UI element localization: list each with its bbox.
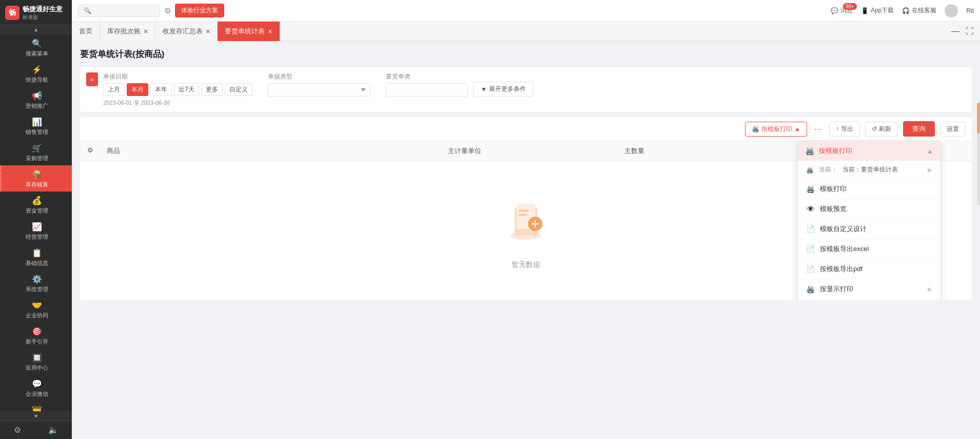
app-download-action[interactable]: 📱 App下载: [861, 6, 894, 15]
query-button[interactable]: 查询: [903, 121, 935, 137]
date-btn-current-month[interactable]: 本月: [127, 83, 148, 96]
filter-bar: » 单据日期 上月 本月 本年 近7天 更多 自定义 2023-06-01 至 …: [80, 67, 972, 112]
dropdown-title: 按模板打印: [819, 146, 852, 156]
col-settings[interactable]: ⚙: [80, 141, 101, 161]
scrollbar-thumb[interactable]: [977, 103, 980, 133]
sidebar-scroll-up[interactable]: ▲: [0, 25, 72, 34]
refresh-button[interactable]: ↺ 刷新: [865, 122, 898, 137]
member-icon: 👑: [32, 405, 42, 411]
dropdown-current-item[interactable]: 🖨️ 当前： 当前：要货单统计表 ▶: [798, 161, 940, 179]
tab-close-batch-account[interactable]: ×: [144, 27, 148, 35]
tab-close-order-stats[interactable]: ×: [268, 27, 272, 35]
dropdown-item-display-print[interactable]: 🖨️ 按显示打印 ▶: [798, 279, 940, 299]
settings-button[interactable]: 设置: [940, 122, 966, 137]
dropdown-item-template-print[interactable]: 🖨️ 模板打印: [798, 179, 940, 199]
sidebar-item-sales[interactable]: 📊 销售管理: [0, 113, 72, 139]
svg-rect-5: [519, 214, 527, 216]
message-badge: 99+: [843, 3, 857, 10]
sidebar-item-wechat[interactable]: 💬 企业微信: [0, 375, 72, 401]
sidebar-scroll-down[interactable]: ▼: [0, 411, 72, 421]
export-button[interactable]: ↑ 导出: [829, 122, 860, 137]
app-logo-icon: 畅: [5, 6, 19, 20]
sidebar-item-enterprise[interactable]: 🤝 企业协同: [0, 296, 72, 322]
col-settings-icon: ⚙: [87, 146, 93, 154]
print-dropdown-menu: 🖨️ 按模板打印 ▲ 🖨️ 当前： 当前：要货单统计表 ▶ 🖨️ 模板打印 👁: [797, 141, 941, 300]
dropdown-item-template-preview[interactable]: 👁️ 模板预览: [798, 199, 940, 219]
chevron-down-icon: ▼: [481, 86, 487, 93]
dropdown-item-template-custom[interactable]: 📄 模板自定义设计: [798, 219, 940, 239]
sidebar-item-purchase[interactable]: 🛒 采购管理: [0, 139, 72, 165]
finance-icon: 💰: [32, 196, 42, 205]
wechat-icon: 💬: [32, 379, 42, 389]
sidebar-item-system[interactable]: ⚙️ 系统管理: [0, 270, 72, 296]
date-btn-current-year[interactable]: 本年: [150, 83, 172, 96]
sidebar-item-appstore[interactable]: 🔲 应用中心: [0, 349, 72, 375]
sidebar-item-finance[interactable]: 💰 资金管理: [0, 192, 72, 218]
sidebar-logo: 畅 畅捷通好生意 标准版: [0, 0, 72, 25]
sidebar-nav: 🔍 搜索菜单 ⚡ 快捷导航 📢 营销推广 📊 销售管理 🛒 采购管理 📦 库存核…: [0, 34, 72, 411]
dropdown-item-export-pdf[interactable]: 📄 按模板导出pdf: [798, 259, 940, 279]
user-avatar[interactable]: [945, 4, 958, 17]
dropdown-item-set-default[interactable]: 📌 设置默认功能 ▶: [798, 299, 940, 300]
app-download-icon: 📱: [861, 7, 869, 14]
volume-icon[interactable]: 🔈: [48, 425, 58, 435]
sidebar-item-marketing[interactable]: 📢 营销推广: [0, 87, 72, 113]
order-category-input[interactable]: [386, 83, 468, 97]
tabs-bar: 首页 库存批次账 × 收发存汇总表 × 要货单统计表 × — ⛶: [72, 22, 980, 41]
export-icon: ↑: [836, 125, 839, 132]
sidebar-item-operation[interactable]: 📈 经营管理: [0, 218, 72, 244]
tab-home[interactable]: 首页: [72, 22, 100, 41]
col-unit: 主计量单位: [442, 141, 618, 161]
basic-icon: 📋: [32, 248, 42, 258]
filter-expand-button[interactable]: »: [86, 72, 98, 86]
tab-close-receipt-summary[interactable]: ×: [206, 27, 210, 35]
trial-button[interactable]: 体验行业方案: [175, 4, 224, 17]
filter-ordercategory-group: 要货单类: [386, 72, 468, 97]
empty-text: 暂无数据: [512, 260, 540, 270]
message-action[interactable]: 💬 消息 99+: [831, 6, 853, 15]
table-area: 🖨️ 按模板打印 ▲ ··· ↑ 导出 ↺ 刷新 查询 设置: [80, 117, 972, 300]
sidebar-item-search[interactable]: 🔍 搜索菜单: [0, 34, 72, 61]
tab-batch-account[interactable]: 库存批次账 ×: [100, 22, 155, 41]
settings-bottom-icon[interactable]: ⚙: [14, 425, 21, 435]
inventory-icon: 📦: [32, 169, 42, 179]
topbar: 🔍 ⚙ 体验行业方案 💬 消息 99+ 📱 App下载 🎧 在线客服 Rit: [72, 0, 980, 22]
print-template-button[interactable]: 🖨️ 按模板打印 ▲: [745, 122, 807, 137]
right-scrollbar[interactable]: [977, 103, 980, 205]
filter-doctype-group: 单据类型: [268, 72, 370, 97]
online-service-action[interactable]: 🎧 在线客服: [902, 6, 936, 15]
action-more-icon[interactable]: ···: [812, 124, 824, 135]
topbar-actions: 💬 消息 99+ 📱 App下载 🎧 在线客服 Rit: [831, 4, 974, 17]
dropdown-close-icon[interactable]: ▲: [927, 147, 933, 155]
sidebar-item-guide[interactable]: 🎯 新手引导: [0, 322, 72, 349]
topbar-gear-icon[interactable]: ⚙: [164, 6, 171, 15]
date-range-text: 2023-06-01 至 2023-06-30: [103, 99, 252, 107]
date-btn-more[interactable]: 更多: [201, 83, 223, 96]
print-icon: 🖨️: [752, 125, 759, 132]
tab-receipt-summary[interactable]: 收发存汇总表 ×: [155, 22, 218, 41]
sidebar-item-quicknav[interactable]: ⚡ 快捷导航: [0, 61, 72, 87]
marketing-icon: 📢: [32, 91, 42, 101]
purchase-icon: 🛒: [32, 143, 42, 153]
tab-order-stats[interactable]: 要货单统计表 ×: [218, 22, 280, 41]
dropdown-current-arrow: ▶: [928, 166, 932, 174]
quicknav-icon: ⚡: [32, 65, 42, 74]
display-print-arrow: ▶: [928, 285, 932, 293]
sidebar-item-member[interactable]: 👑 畅会员: [0, 401, 72, 411]
filter-more-button[interactable]: ▼ 展开更多条件: [473, 82, 534, 97]
doc-type-select[interactable]: [268, 83, 370, 97]
col-quantity: 主数量: [618, 141, 795, 161]
dropdown-print-icon: 🖨️: [805, 146, 815, 156]
date-btn-last-month[interactable]: 上月: [103, 83, 125, 96]
message-icon: 💬: [831, 7, 838, 14]
dropdown-item-export-excel[interactable]: 📄 按模板导出excel: [798, 239, 940, 259]
template-custom-icon: 📄: [806, 225, 815, 233]
sidebar-item-inventory[interactable]: 📦 库存核算: [0, 165, 72, 192]
topbar-search-box[interactable]: 🔍: [78, 5, 160, 17]
tab-maximize-button[interactable]: ⛶: [964, 25, 976, 38]
dropdown-header-left: 🖨️ 按模板打印: [805, 146, 852, 156]
sidebar-item-basic[interactable]: 📋 基础信息: [0, 244, 72, 270]
date-btn-7days[interactable]: 近7天: [174, 83, 199, 96]
date-btn-custom[interactable]: 自定义: [225, 83, 252, 96]
tab-minimize-button[interactable]: —: [949, 25, 962, 38]
